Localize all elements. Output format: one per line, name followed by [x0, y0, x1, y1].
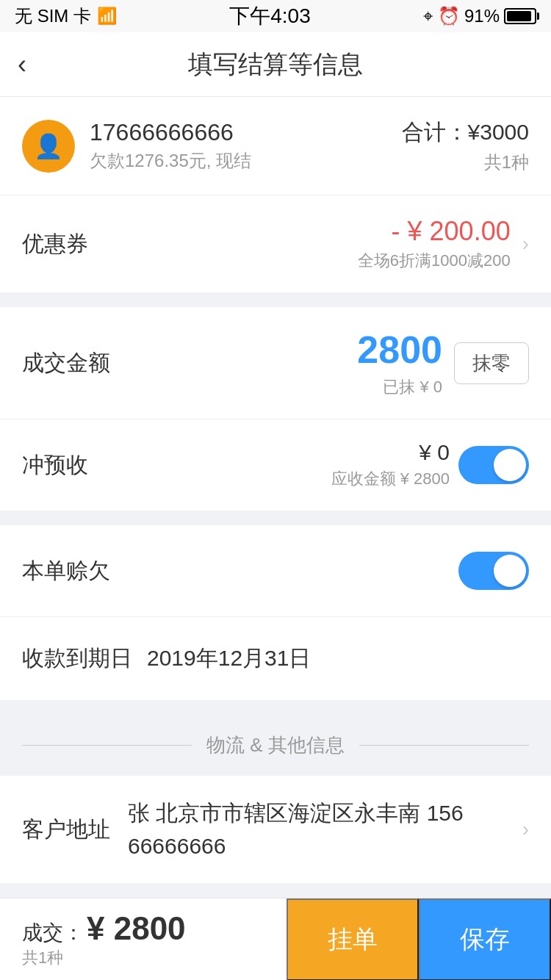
address-label: 客户地址 [22, 815, 110, 845]
footer-summary: 成交： ¥ 2800 共1种 [0, 910, 287, 969]
pre-receive-toggle[interactable] [458, 446, 529, 484]
status-left: 无 SIM 卡 📶 [15, 4, 117, 28]
location-icon: ⌖ [423, 6, 433, 26]
coupon-sub: 全场6折满1000减200 [358, 250, 511, 272]
pre-receive-row: 冲预收 ¥ 0 应收金额 ¥ 2800 [0, 419, 551, 511]
address-card[interactable]: 客户地址 张 北京市市辖区海淀区永丰南 156 66666666 › [0, 776, 551, 883]
footer-amount: ¥ 2800 [87, 910, 186, 947]
footer-count: 共1种 [22, 947, 264, 969]
address-value: 张 北京市市辖区海淀区永丰南 156 66666666 [128, 796, 519, 862]
nav-bar: ‹ 填写结算等信息 [0, 32, 551, 97]
coupon-value-group: - ¥ 200.00 全场6折满1000减200 [358, 216, 511, 272]
debt-order-card: 本单赊欠 收款到期日 2019年12月31日 [0, 525, 551, 700]
debt-order-row: 本单赊欠 [0, 525, 551, 616]
user-phone: 17666666666 [90, 119, 251, 146]
round-off-button[interactable]: 抹零 [454, 342, 529, 384]
address-chevron-icon: › [522, 818, 529, 841]
total-count: 共1种 [402, 151, 529, 174]
chevron-right-icon: › [522, 232, 529, 256]
user-info-card: 👤 17666666666 欠款1276.35元, 现结 合计：¥3000 共1… [0, 97, 551, 195]
footer-deal-line: 成交： ¥ 2800 [22, 910, 264, 947]
total-amount: 合计：¥3000 [402, 118, 529, 148]
deal-sub: 已抹 ¥ 0 [357, 376, 442, 398]
address-row[interactable]: 客户地址 张 北京市市辖区海淀区永丰南 156 66666666 › [0, 776, 551, 883]
coupon-row[interactable]: 优惠券 - ¥ 200.00 全场6折满1000减200 › [0, 195, 551, 292]
coupon-right: - ¥ 200.00 全场6折满1000减200 › [358, 216, 529, 272]
deal-amount-card: 成交金额 2800 已抹 ¥ 0 抹零 冲预收 ¥ 0 应收金额 ¥ 2800 [0, 307, 551, 511]
back-button[interactable]: ‹ [18, 49, 26, 80]
section-gap-3 [0, 700, 551, 715]
avatar-icon: 👤 [34, 132, 63, 160]
user-right: 合计：¥3000 共1种 [402, 118, 529, 174]
pre-receive-value-group: ¥ 0 应收金额 ¥ 2800 [331, 440, 450, 490]
coupon-label: 优惠券 [22, 229, 88, 259]
section-gap-2 [0, 511, 551, 525]
user-info: 17666666666 欠款1276.35元, 现结 [90, 119, 251, 173]
deal-amount-label: 成交金额 [22, 348, 110, 378]
carrier-label: 无 SIM 卡 [15, 4, 91, 28]
logistics-label: 物流 & 其他信息 [206, 732, 345, 758]
deal-amount-row: 成交金额 2800 已抹 ¥ 0 抹零 [0, 307, 551, 419]
status-time: 下午4:03 [229, 2, 311, 30]
alarm-icon: ⏰ [438, 6, 460, 26]
divider-line-right [359, 745, 529, 746]
logistics-divider: 物流 & 其他信息 [0, 715, 551, 776]
hang-order-button[interactable]: 挂单 [287, 898, 419, 981]
deal-amount-value: 2800 [357, 328, 442, 372]
user-left: 👤 17666666666 欠款1276.35元, 现结 [22, 119, 251, 173]
save-button[interactable]: 保存 [419, 898, 551, 981]
divider-line-left [22, 745, 192, 746]
status-right: ⌖ ⏰ 91% [423, 6, 536, 26]
pre-receive-sub: 应收金额 ¥ 2800 [331, 468, 450, 490]
battery-percent: 91% [464, 6, 500, 26]
debt-toggle-knob [494, 555, 526, 587]
status-bar: 无 SIM 卡 📶 下午4:03 ⌖ ⏰ 91% [0, 0, 551, 32]
content-area: 👤 17666666666 欠款1276.35元, 现结 合计：¥3000 共1… [0, 97, 551, 980]
battery-icon [504, 8, 536, 24]
pre-receive-label: 冲预收 [22, 450, 88, 480]
user-debt: 欠款1276.35元, 现结 [90, 149, 251, 173]
page-title: 填写结算等信息 [188, 48, 363, 82]
footer-deal-label: 成交： [22, 919, 84, 947]
coupon-card: 优惠券 - ¥ 200.00 全场6折满1000减200 › [0, 195, 551, 292]
coupon-discount: - ¥ 200.00 [358, 216, 511, 247]
due-date-value: 2019年12月31日 [147, 644, 311, 674]
due-date-row: 收款到期日 2019年12月31日 [0, 616, 551, 700]
pre-receive-right: ¥ 0 应收金额 ¥ 2800 [331, 440, 529, 490]
deal-right: 2800 已抹 ¥ 0 抹零 [357, 328, 529, 398]
deal-value-group: 2800 已抹 ¥ 0 [357, 328, 442, 398]
pre-receive-value: ¥ 0 [331, 440, 450, 465]
footer: 成交： ¥ 2800 共1种 挂单 保存 [0, 898, 551, 980]
due-date-label: 收款到期日 [22, 644, 132, 674]
wifi-icon: 📶 [97, 7, 117, 26]
user-row: 👤 17666666666 欠款1276.35元, 现结 合计：¥3000 共1… [0, 97, 551, 195]
toggle-knob [494, 449, 526, 481]
section-gap-1 [0, 292, 551, 307]
debt-order-toggle[interactable] [458, 552, 529, 590]
debt-order-label: 本单赊欠 [22, 556, 110, 586]
avatar: 👤 [22, 120, 75, 173]
